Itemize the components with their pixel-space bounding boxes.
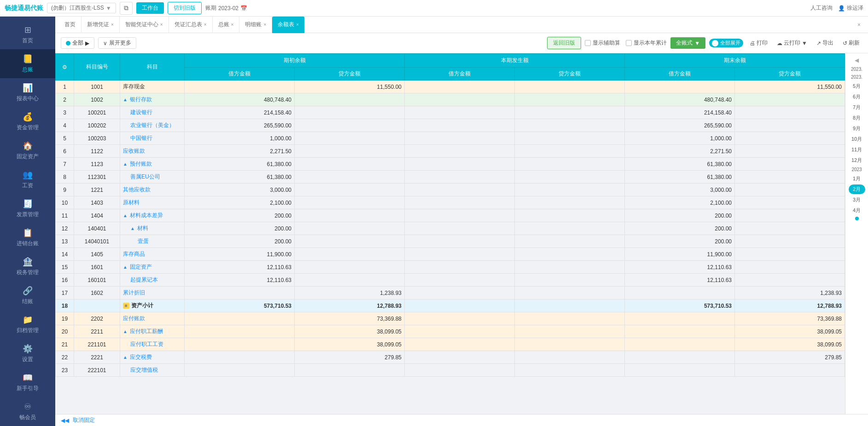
- user-info[interactable]: 👤 徐运泽: [838, 4, 863, 12]
- row-name[interactable]: 壹蛋: [120, 235, 185, 248]
- settings-col-header[interactable]: ⚙: [56, 54, 74, 81]
- row-name[interactable]: ▲ 材料成本差异: [120, 209, 185, 222]
- account-link[interactable]: 应交税费: [130, 354, 152, 360]
- tab-close-main[interactable]: ×: [854, 22, 864, 28]
- tab-smart-voucher[interactable]: 智能凭证中心 ×: [120, 17, 169, 33]
- account-link[interactable]: 固定资产: [130, 264, 152, 270]
- row-name[interactable]: ▲ 银行存款: [120, 93, 185, 106]
- print-button[interactable]: 🖨 打印: [747, 38, 770, 48]
- row-name[interactable]: 应交增值税: [120, 364, 185, 377]
- cloud-print-button[interactable]: ☁ 云打印 ▼: [774, 38, 810, 48]
- row-name[interactable]: ▲ 应交税费: [120, 351, 185, 364]
- month-jan[interactable]: 1月: [849, 174, 865, 184]
- tab-voucher-summary[interactable]: 凭证汇总表 ×: [169, 17, 213, 33]
- show-ytd-checkbox[interactable]: 显示本年累计: [626, 39, 667, 47]
- account-link[interactable]: 壹蛋: [138, 238, 149, 244]
- panel-collapse-icon[interactable]: ◀: [855, 55, 859, 65]
- sidebar-item-report[interactable]: 📊 报表中心: [0, 78, 55, 107]
- show-aux-checkbox[interactable]: 显示辅助算: [585, 39, 620, 47]
- sidebar-item-archive[interactable]: 📁 归档管理: [0, 310, 55, 339]
- tab-balance-close[interactable]: ×: [296, 22, 299, 27]
- account-link[interactable]: 善属EU公司: [130, 173, 160, 180]
- row-name[interactable]: 其他应收款: [120, 184, 185, 196]
- sidebar-item-payroll[interactable]: 👥 工资: [0, 165, 55, 194]
- account-link[interactable]: 农业银行（美金）: [130, 122, 175, 128]
- row-name[interactable]: 累计折旧: [120, 287, 185, 299]
- row-name[interactable]: 应付职工工资: [120, 338, 185, 351]
- account-link[interactable]: 应付账款: [123, 315, 145, 322]
- switch-old-button[interactable]: 切到旧版: [168, 2, 202, 14]
- tab-home[interactable]: 首页: [59, 17, 82, 33]
- sidebar-item-assets[interactable]: 🏠 固定资产: [0, 136, 55, 165]
- tab-voucher-summary-close[interactable]: ×: [204, 22, 207, 27]
- return-old-button[interactable]: 返回旧版: [547, 37, 581, 49]
- sidebar-item-member[interactable]: ♾ 畅会员: [0, 397, 55, 426]
- account-link[interactable]: 材料: [137, 225, 148, 231]
- month-feb[interactable]: 2月: [849, 184, 865, 194]
- expand-icon[interactable]: ▲: [123, 329, 129, 334]
- account-link[interactable]: 预付账款: [130, 161, 152, 167]
- month-mar[interactable]: 3月: [849, 195, 865, 205]
- tab-detail-ledger-close[interactable]: ×: [263, 22, 266, 27]
- sidebar-item-tax[interactable]: 🏦 税务管理: [0, 252, 55, 281]
- sidebar-item-guide[interactable]: 📖 新手引导: [0, 368, 55, 397]
- account-link[interactable]: 材料成本差异: [130, 212, 163, 219]
- expand-icon[interactable]: ▲: [123, 265, 129, 270]
- account-link[interactable]: 库存商品: [123, 251, 145, 257]
- expand-icon[interactable]: ▲: [123, 161, 129, 167]
- company-copy-icon[interactable]: ⧉: [120, 2, 133, 15]
- month-nov[interactable]: 11月: [849, 145, 865, 155]
- month-dec[interactable]: 12月: [849, 155, 865, 165]
- row-name[interactable]: 库存商品: [120, 248, 185, 261]
- row-name[interactable]: 农业银行（美金）: [120, 119, 185, 132]
- month-jul[interactable]: 7月: [849, 103, 865, 112]
- account-link[interactable]: 应收账款: [123, 148, 145, 154]
- row-name[interactable]: 应付账款: [120, 312, 185, 325]
- expand-all-toggle[interactable]: 全部展开: [709, 39, 743, 47]
- account-link[interactable]: 原材料: [123, 199, 140, 206]
- expand-icon[interactable]: ▲: [123, 213, 129, 218]
- account-link[interactable]: 建设银行: [130, 109, 152, 115]
- sidebar-item-settings[interactable]: ⚙️ 设置: [0, 339, 55, 368]
- filter-button[interactable]: 全部 ▶: [61, 37, 94, 49]
- tab-balance[interactable]: 余额表 ×: [272, 17, 305, 33]
- month-sep[interactable]: 9月: [849, 124, 865, 133]
- account-link[interactable]: 银行存款: [130, 96, 152, 103]
- tab-new-voucher[interactable]: 新增凭证 ×: [82, 17, 120, 33]
- sidebar-item-ledger[interactable]: 📒 总账: [0, 49, 55, 78]
- consult-label[interactable]: 人工咨询: [810, 4, 833, 12]
- full-format-button[interactable]: 全账式 ▼: [670, 37, 705, 49]
- account-link[interactable]: 起提累记本: [130, 276, 158, 283]
- month-jun[interactable]: 6月: [849, 92, 865, 102]
- sidebar-item-purchase[interactable]: 📋 进销台账: [0, 223, 55, 252]
- tab-new-voucher-close[interactable]: ×: [111, 22, 114, 27]
- month-may[interactable]: 5月: [849, 81, 865, 91]
- sidebar-item-close[interactable]: 🔗 结账: [0, 281, 55, 310]
- company-selector[interactable]: (勿删）江西股生-LSS ▼: [47, 3, 116, 13]
- account-link[interactable]: 应付职工薪酬: [130, 328, 163, 334]
- account-link[interactable]: 应付职工工资: [130, 341, 163, 347]
- sidebar-item-invoice[interactable]: 🧾 发票管理: [0, 194, 55, 223]
- tab-general-ledger-close[interactable]: ×: [231, 22, 234, 27]
- month-apr[interactable]: 4月: [849, 206, 865, 215]
- account-link[interactable]: 累计折旧: [123, 289, 145, 296]
- account-link[interactable]: 应交增值税: [130, 367, 158, 373]
- row-name[interactable]: 善属EU公司: [120, 171, 185, 184]
- expand-icon[interactable]: ▲: [130, 226, 136, 231]
- account-link[interactable]: 中国银行: [130, 135, 152, 141]
- row-name[interactable]: ▲ 材料: [120, 222, 185, 235]
- export-button[interactable]: ↗ 导出: [814, 38, 836, 48]
- row-name[interactable]: 建设银行: [120, 106, 185, 119]
- tab-detail-ledger[interactable]: 明细账 ×: [239, 17, 272, 33]
- row-name[interactable]: ▲ 预付账款: [120, 158, 185, 171]
- row-name[interactable]: 中国银行: [120, 132, 185, 145]
- row-name[interactable]: 应收账款: [120, 145, 185, 158]
- row-name[interactable]: ▲ 固定资产: [120, 261, 185, 274]
- month-oct[interactable]: 10月: [849, 134, 865, 144]
- workbench-button[interactable]: 工作台: [136, 2, 164, 14]
- show-aux-checkbox-box[interactable]: [585, 40, 591, 46]
- tab-general-ledger[interactable]: 总账 ×: [213, 17, 240, 33]
- expand-icon[interactable]: ▲: [123, 355, 129, 360]
- row-name[interactable]: 起提累记本: [120, 274, 185, 287]
- refresh-button[interactable]: ↺ 刷新: [840, 38, 862, 48]
